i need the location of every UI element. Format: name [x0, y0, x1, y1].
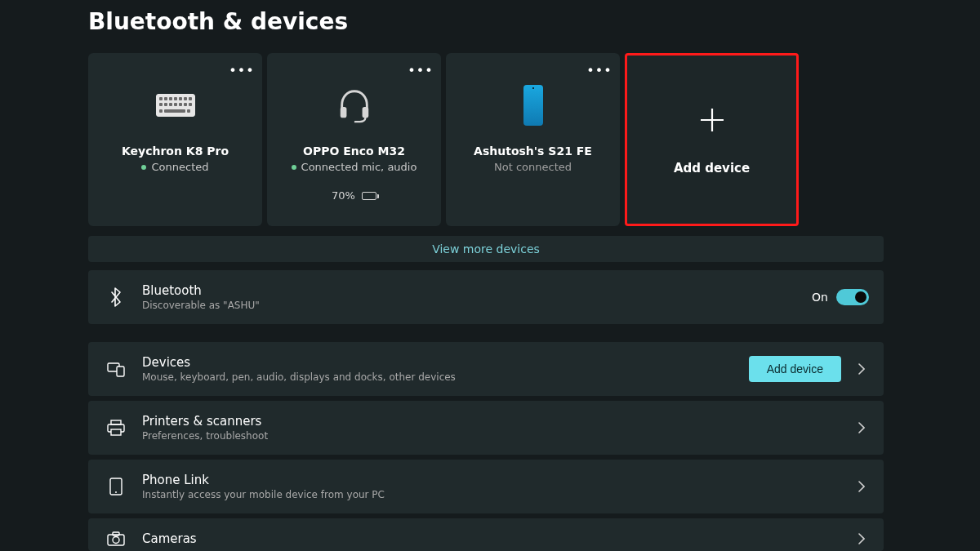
camera-icon [103, 531, 129, 546]
device-card-keyboard[interactable]: ••• Keychron K8 Pro Connected [88, 53, 262, 226]
view-more-devices-link[interactable]: View more devices [88, 236, 884, 262]
device-battery: 70% [332, 189, 376, 202]
printers-subtitle: Preferences, troubleshoot [142, 430, 854, 442]
headset-icon [330, 82, 379, 128]
phone-link-row[interactable]: Phone Link Instantly access your mobile … [88, 460, 884, 513]
device-cards-row: ••• Keychron K8 Pro Connected ••• [88, 53, 980, 226]
battery-percent: 70% [332, 189, 355, 202]
device-name: Keychron K8 Pro [122, 144, 229, 158]
device-status-text: Connected [151, 161, 208, 173]
connected-dot-icon [141, 165, 146, 170]
add-device-card[interactable]: Add device [625, 53, 799, 226]
printer-icon [103, 420, 129, 436]
svg-rect-0 [340, 107, 346, 118]
svg-rect-4 [111, 420, 121, 424]
phone-link-title: Phone Link [142, 473, 854, 487]
phone-icon [509, 82, 558, 128]
svg-point-10 [113, 537, 119, 544]
svg-rect-11 [113, 532, 119, 535]
svg-rect-6 [111, 429, 121, 435]
bluetooth-toggle-label: On [812, 291, 828, 304]
printers-row[interactable]: Printers & scanners Preferences, trouble… [88, 401, 884, 455]
device-card-phone[interactable]: ••• Ashutosh's S21 FE Not connected [446, 53, 620, 226]
chevron-right-icon [854, 422, 869, 433]
more-icon[interactable]: ••• [229, 60, 254, 81]
battery-icon [362, 192, 376, 200]
connected-dot-icon [292, 165, 296, 170]
phone-link-subtitle: Instantly access your mobile device from… [142, 489, 854, 500]
add-device-label: Add device [674, 161, 750, 176]
cameras-row[interactable]: Cameras [88, 518, 884, 551]
svg-point-8 [115, 491, 117, 493]
chevron-right-icon [854, 481, 869, 492]
bluetooth-subtitle: Discoverable as "ASHU" [142, 300, 812, 311]
device-name: OPPO Enco M32 [303, 144, 405, 158]
device-card-headset[interactable]: ••• OPPO Enco M32 Connected mic, audio 7… [267, 53, 441, 226]
devices-row[interactable]: Devices Mouse, keyboard, pen, audio, dis… [88, 342, 884, 396]
chevron-right-icon [854, 533, 869, 544]
device-name: Ashutosh's S21 FE [474, 144, 592, 158]
more-icon[interactable]: ••• [408, 60, 433, 81]
devices-icon [103, 361, 129, 377]
bluetooth-icon [103, 287, 129, 307]
bluetooth-toggle[interactable] [836, 289, 869, 305]
svg-rect-1 [362, 107, 368, 118]
phone-link-icon [103, 478, 129, 495]
add-device-button[interactable]: Add device [749, 356, 841, 382]
bluetooth-title: Bluetooth [142, 283, 812, 298]
chevron-right-icon [854, 363, 869, 375]
printers-title: Printers & scanners [142, 414, 854, 429]
device-status: Connected [141, 161, 208, 173]
device-status: Connected mic, audio [292, 161, 417, 173]
plus-icon [696, 104, 728, 140]
cameras-title: Cameras [142, 531, 854, 546]
devices-subtitle: Mouse, keyboard, pen, audio, displays an… [142, 371, 749, 383]
more-icon[interactable]: ••• [587, 60, 612, 81]
device-status-text: Connected mic, audio [301, 161, 417, 173]
page-title: Bluetooth & devices [88, 8, 980, 35]
devices-title: Devices [142, 355, 749, 370]
keyboard-icon [151, 82, 200, 128]
device-status: Not connected [494, 161, 572, 173]
device-status-text: Not connected [494, 161, 572, 173]
svg-rect-3 [117, 367, 124, 376]
bluetooth-row: Bluetooth Discoverable as "ASHU" On [88, 270, 884, 324]
